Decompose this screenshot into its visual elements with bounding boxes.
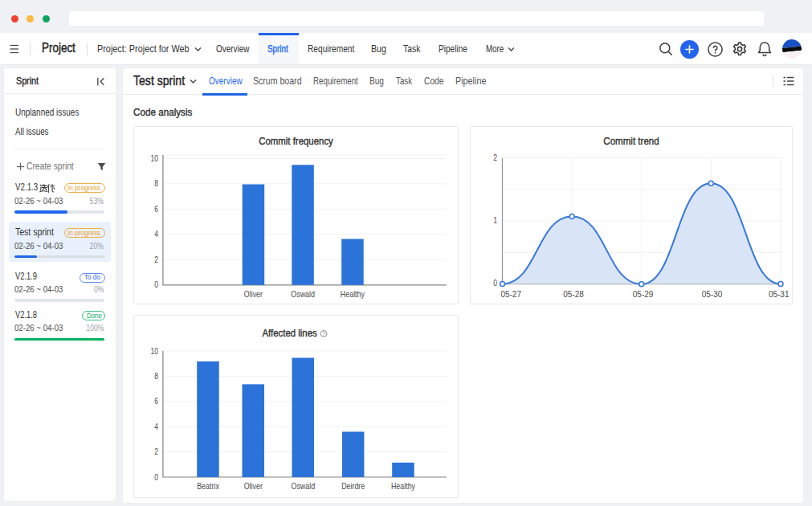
svg-text:Beatrix: Beatrix [197, 482, 219, 492]
svg-text:05-29: 05-29 [633, 290, 654, 299]
svg-text:05-27: 05-27 [500, 290, 521, 299]
svg-text:Commit trend: Commit trend [603, 135, 659, 147]
svg-text:0: 0 [154, 473, 158, 482]
svg-text:4: 4 [154, 422, 158, 431]
svg-text:05-28: 05-28 [563, 290, 584, 299]
svg-text:10: 10 [150, 347, 158, 356]
svg-text:8: 8 [154, 372, 158, 381]
svg-text:Oliver: Oliver [244, 289, 263, 299]
svg-text:2: 2 [493, 154, 497, 163]
svg-text:0: 0 [493, 279, 497, 288]
svg-text:Oliver: Oliver [244, 482, 263, 492]
svg-text:05-30: 05-30 [702, 290, 723, 299]
svg-text:2: 2 [154, 255, 158, 264]
svg-text:Healthy: Healthy [391, 482, 415, 492]
svg-text:?: ? [322, 331, 325, 337]
svg-text:Affected lines: Affected lines [262, 327, 316, 339]
svg-text:Healthy: Healthy [341, 289, 365, 299]
svg-text:2: 2 [154, 448, 158, 457]
svg-text:Oswald: Oswald [291, 289, 315, 299]
svg-text:Deirdre: Deirdre [341, 482, 365, 492]
svg-text:1: 1 [493, 217, 497, 226]
svg-text:05-31: 05-31 [769, 290, 790, 299]
svg-text:6: 6 [154, 398, 158, 406]
svg-text:8: 8 [154, 180, 158, 189]
svg-text:Oswald: Oswald [291, 482, 315, 492]
svg-text:6: 6 [154, 205, 158, 214]
svg-text:0: 0 [154, 281, 158, 290]
svg-text:4: 4 [154, 231, 158, 239]
svg-text:10: 10 [150, 154, 158, 163]
svg-text:Commit frequency: Commit frequency [259, 135, 333, 147]
